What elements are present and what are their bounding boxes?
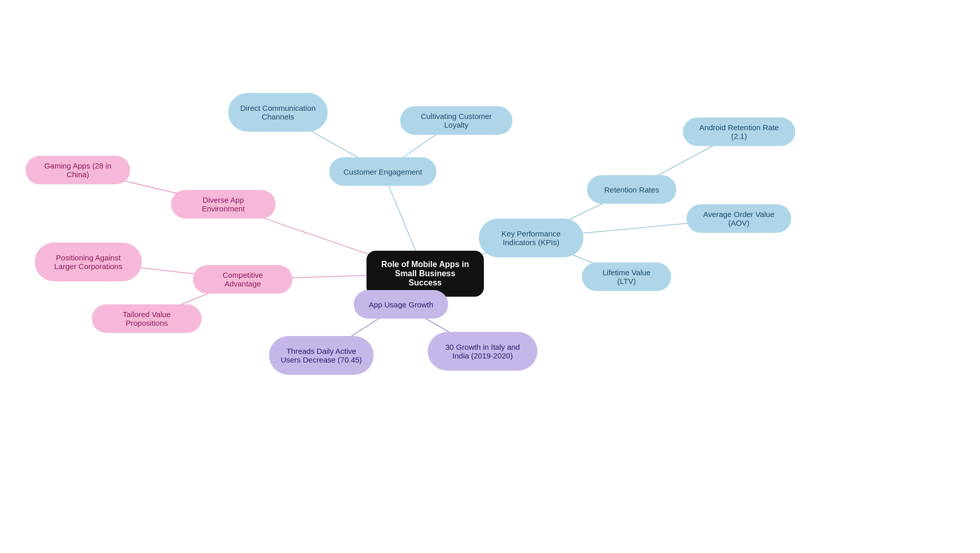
tailored-value-node[interactable]: Tailored Value Propositions — [92, 304, 202, 333]
competitive-advantage-node[interactable]: Competitive Advantage — [193, 265, 292, 294]
diverse-app-env-label: Diverse App Environment — [182, 196, 264, 213]
app-usage-growth-label: App Usage Growth — [369, 300, 433, 309]
kpis-label: Key Performance Indicators (KPIs) — [490, 229, 572, 247]
positioning-against-label: Positioning Against Larger Corporations — [46, 253, 131, 271]
customer-engagement-label: Customer Engagement — [344, 167, 422, 176]
thirty-growth-label: 30 Growth in Italy and India (2019-2020) — [439, 343, 526, 360]
cultivating-loyalty-node[interactable]: Cultivating Customer Loyalty — [400, 106, 512, 135]
customer-engagement-node[interactable]: Customer Engagement — [329, 157, 436, 186]
direct-communication-node[interactable]: Direct Communication Channels — [228, 93, 328, 132]
threads-daily-node[interactable]: Threads Daily Active Users Decrease (70.… — [269, 336, 374, 375]
lifetime-value-label: Lifetime Value (LTV) — [593, 268, 660, 285]
kpis-node[interactable]: Key Performance Indicators (KPIs) — [479, 219, 583, 257]
average-order-value-label: Average Order Value (AOV) — [698, 210, 780, 227]
android-retention-node[interactable]: Android Retention Rate (2.1) — [683, 117, 795, 146]
threads-daily-label: Threads Daily Active Users Decrease (70.… — [280, 347, 362, 364]
center-label: Role of Mobile Apps in Small Business Su… — [378, 260, 473, 287]
retention-rates-node[interactable]: Retention Rates — [587, 175, 676, 204]
tailored-value-label: Tailored Value Propositions — [103, 310, 190, 327]
cultivating-loyalty-label: Cultivating Customer Loyalty — [411, 112, 501, 129]
android-retention-label: Android Retention Rate (2.1) — [694, 123, 784, 140]
lifetime-value-node[interactable]: Lifetime Value (LTV) — [582, 262, 671, 291]
competitive-advantage-label: Competitive Advantage — [204, 271, 281, 288]
thirty-growth-node[interactable]: 30 Growth in Italy and India (2019-2020) — [428, 332, 537, 371]
retention-rates-label: Retention Rates — [604, 185, 659, 194]
diverse-app-env-node[interactable]: Diverse App Environment — [171, 190, 276, 219]
gaming-apps-label: Gaming Apps (28 in China) — [37, 161, 119, 179]
gaming-apps-node[interactable]: Gaming Apps (28 in China) — [26, 156, 130, 184]
direct-communication-label: Direct Communication Channels — [239, 104, 316, 121]
average-order-value-node[interactable]: Average Order Value (AOV) — [687, 204, 791, 233]
positioning-against-node[interactable]: Positioning Against Larger Corporations — [35, 243, 142, 281]
app-usage-growth-node[interactable]: App Usage Growth — [354, 290, 448, 319]
